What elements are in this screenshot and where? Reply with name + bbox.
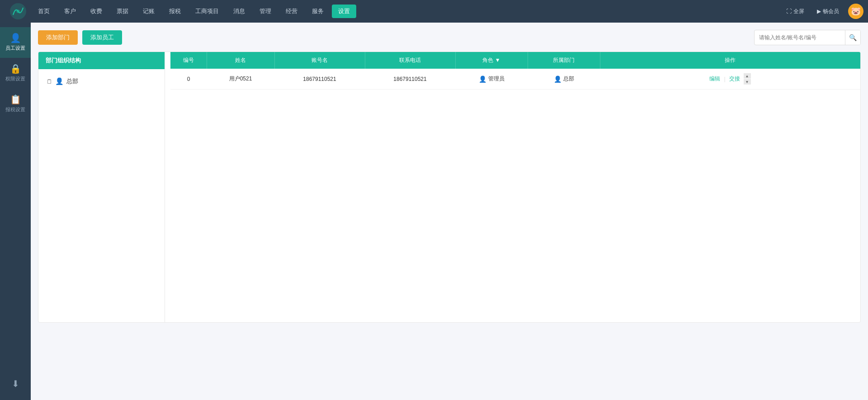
sidebar: 👤 员工设置 🔒 权限设置 📋 报税设置 ⬇ [0,23,31,400]
dept-badge-icon: 👤 [554,75,561,83]
main-wrapper: 👤 员工设置 🔒 权限设置 📋 报税设置 ⬇ 添加部门 添加员工 🔍 [0,23,868,400]
sidebar-item-tax-label: 报税设置 [5,106,25,113]
avatar[interactable]: 🐷 [848,4,863,19]
sidebar-item-employee-label: 员工设置 [5,45,25,52]
nav-item-tax[interactable]: 报税 [163,5,187,18]
member-label: 畅会员 [823,8,839,15]
dept-tree-header: 部门组织结构 [38,52,165,69]
tax-icon: 📋 [10,95,21,104]
cell-account: 18679110521 [274,69,365,89]
scroll-up-btn[interactable]: ▲ [744,73,751,79]
body-split: 部门组织结构 🗒 👤 总部 编号 姓名 账号名 [38,52,861,323]
member-button[interactable]: ▶ 畅会员 [813,6,843,17]
toolbar: 添加部门 添加员工 🔍 [38,30,861,45]
col-header-no: 编号 [170,52,207,69]
cell-name: 用户0521 [207,69,274,89]
svg-point-1 [16,9,19,13]
nav-items: 首页 客户 收费 票据 记账 报税 工商项目 消息 管理 经营 服务 设置 [32,5,783,18]
cell-dept: 👤 总部 [528,69,600,89]
edit-link[interactable]: 编辑 [709,75,720,83]
tree-node-label: 总部 [66,77,156,85]
role-badge-icon: 👤 [479,75,486,83]
col-header-phone: 联系电话 [365,52,455,69]
lock-icon: 🔒 [10,64,21,73]
download-icon: ⬇ [12,379,19,388]
tree-user-icon: 👤 [55,77,64,85]
col-header-role: 角色 ▼ [455,52,528,69]
file-icon: 🗒 [47,78,52,85]
add-employee-button[interactable]: 添加员工 [82,30,122,45]
search-input[interactable] [755,32,845,43]
col-header-dept: 所属部门 [528,52,600,69]
nav-item-settings[interactable]: 设置 [332,5,356,18]
table-body: 0 用户0521 18679110521 18679110521 👤 管理员 [170,69,860,89]
nav-item-bill[interactable]: 票据 [110,5,135,18]
fullscreen-icon: ⛶ [786,8,792,14]
nav-item-operation[interactable]: 经营 [279,5,304,18]
nav-item-fee[interactable]: 收费 [84,5,108,18]
cell-role: 👤 管理员 [455,69,528,89]
employee-icon: 👤 [10,33,21,42]
search-icon: 🔍 [849,34,857,41]
scroll-down-btn[interactable]: ▼ [744,79,751,85]
dept-label: 总部 [563,75,574,83]
table-header-row: 编号 姓名 账号名 联系电话 角色 ▼ 所属部门 操作 [170,52,860,69]
sidebar-item-download[interactable]: ⬇ [0,373,31,395]
row-scroll-btns: ▲ ▼ [744,73,751,85]
nav-item-home[interactable]: 首页 [32,5,56,18]
search-button[interactable]: 🔍 [845,30,860,45]
nav-item-service[interactable]: 服务 [306,5,330,18]
add-dept-button[interactable]: 添加部门 [38,30,78,45]
nav-item-account[interactable]: 记账 [137,5,161,18]
col-header-name: 姓名 [207,52,274,69]
cell-no: 0 [170,69,207,89]
sidebar-item-employee[interactable]: 👤 员工设置 [0,27,31,58]
dept-tree: 部门组织结构 🗒 👤 总部 [38,52,165,322]
data-table: 编号 姓名 账号名 联系电话 角色 ▼ 所属部门 操作 [170,52,860,89]
content-area: 添加部门 添加员工 🔍 部门组织结构 🗒 👤 总部 [31,23,868,400]
sidebar-item-tax-settings[interactable]: 📋 报税设置 [0,89,31,119]
table-row: 0 用户0521 18679110521 18679110521 👤 管理员 [170,69,860,89]
sidebar-item-permission-label: 权限设置 [5,75,25,82]
action-divider: | [724,76,725,82]
play-icon: ▶ [817,8,821,14]
fullscreen-button[interactable]: ⛶ 全屏 [783,6,808,17]
dept-tree-body: 🗒 👤 总部 [38,69,165,94]
transfer-link[interactable]: 交接 [729,75,740,83]
nav-right: ⛶ 全屏 ▶ 畅会员 🐷 [783,4,863,19]
filter-icon[interactable]: ▼ [495,57,500,63]
role-label: 管理员 [488,75,505,83]
tree-node-general[interactable]: 🗒 👤 总部 [44,74,159,89]
employee-table: 编号 姓名 账号名 联系电话 角色 ▼ 所属部门 操作 [170,52,860,322]
nav-item-client[interactable]: 客户 [58,5,82,18]
cell-actions: 编辑 | 交接 ▲ ▼ [600,69,860,89]
fullscreen-label: 全屏 [793,8,804,15]
logo [5,3,32,19]
col-header-account: 账号名 [274,52,365,69]
nav-item-business[interactable]: 工商项目 [189,5,225,18]
nav-item-message[interactable]: 消息 [227,5,251,18]
nav-item-manage[interactable]: 管理 [253,5,278,18]
search-container: 🔍 [754,30,861,45]
top-navigation: 首页 客户 收费 票据 记账 报税 工商项目 消息 管理 经营 服务 设置 ⛶ … [0,0,868,23]
cell-phone: 18679110521 [365,69,455,89]
sidebar-item-permission[interactable]: 🔒 权限设置 [0,58,31,89]
col-header-actions: 操作 [600,52,860,69]
